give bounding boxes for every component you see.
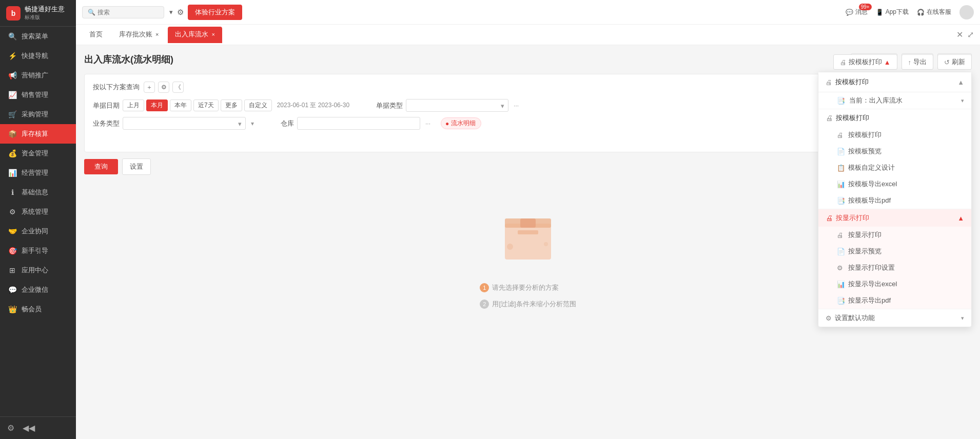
sidebar-item-beginner[interactable]: 🎯 新手引导 (0, 241, 76, 261)
collapse-filter-button[interactable]: 《 (172, 82, 184, 93)
print-template-pdf-button[interactable]: 📑 按模板导出pdf (818, 192, 971, 209)
print-dropdown-chevron-up[interactable]: ▲ (957, 78, 964, 86)
window-maximize-icon[interactable]: ⤢ (967, 30, 974, 39)
warehouse-input[interactable] (297, 117, 420, 130)
biz-type-filter-field: 业务类型 ▾ (93, 117, 254, 130)
crown-icon: 👑 (7, 305, 17, 313)
print-default-settings-button[interactable]: ⚙ 设置默认功能 ▾ (818, 309, 971, 327)
sidebar-item-finance[interactable]: 💰 资金管理 (0, 144, 76, 163)
window-controls: ✕ ⤢ (956, 30, 974, 39)
lightning-icon: ⚡ (7, 52, 17, 60)
sidebar-item-sales[interactable]: 📈 销售管理 (0, 85, 76, 105)
print-dropdown-title: 按模板打印 (835, 77, 869, 87)
print-template-preview-button[interactable]: 📄 按模板预览 (818, 143, 971, 159)
date-7days-button[interactable]: 近7天 (193, 99, 219, 111)
settings-icon[interactable]: ⚙ (177, 8, 184, 17)
sidebar-item-marketing[interactable]: 📢 营销推广 (0, 66, 76, 85)
biz-type-select-wrapper (123, 117, 246, 130)
info-icon: ℹ (7, 188, 17, 196)
sidebar-item-search[interactable]: 🔍 搜索菜单 (0, 27, 76, 46)
print-display-preview-button[interactable]: 📄 按显示预览 (818, 243, 971, 260)
sidebar-nav: 🔍 搜索菜单 ⚡ 快捷导航 📢 营销推广 📈 销售管理 🛒 采购管理 📦 库存核… (0, 27, 76, 416)
query-button[interactable]: 查询 (84, 159, 118, 174)
sidebar-item-inventory[interactable]: 📦 库存核算 (0, 124, 76, 144)
tab-batch-stock[interactable]: 库存批次账 × (112, 27, 166, 43)
print-template-excel-button[interactable]: 📊 按模板导出excel (818, 176, 971, 192)
print-display-excel-button[interactable]: 📊 按显示导出excel (818, 276, 971, 292)
date-filter-field: 单据日期 上月 本月 本年 近7天 更多 自定义 2023-06-01 至 20… (93, 99, 349, 111)
search-icon: 🔍 (7, 32, 17, 41)
settings-footer-icon[interactable]: ⚙ (7, 423, 14, 433)
search-dropdown-chevron[interactable]: ▾ (169, 8, 173, 16)
print-display-print-button[interactable]: 🖨 按显示打印 (818, 227, 971, 243)
sidebar-item-wechat[interactable]: 💬 企业微信 (0, 280, 76, 300)
print-display-pdf-button[interactable]: 📑 按显示导出pdf (818, 292, 971, 309)
print-template-section-icon: 🖨 (826, 114, 833, 122)
date-this-year-button[interactable]: 本年 (170, 99, 191, 111)
message-button[interactable]: 💬 消息 99+ (846, 8, 868, 16)
online-service-button[interactable]: 🎧 在线客服 (917, 8, 951, 16)
search-input[interactable] (97, 9, 149, 16)
logo-icon: b (6, 6, 21, 21)
date-custom-button[interactable]: 自定义 (244, 99, 272, 111)
print-display-settings-button[interactable]: ⚙ 按显示打印设置 (818, 260, 971, 276)
sidebar-item-basic[interactable]: ℹ 基础信息 (0, 183, 76, 202)
topbar-search-box[interactable]: 🔍 (82, 6, 164, 18)
template-design-button[interactable]: 📋 模板自定义设计 (818, 159, 971, 176)
print-template-print-button[interactable]: 🖨 按模板打印 (818, 127, 971, 143)
sidebar-item-purchase[interactable]: 🛒 采购管理 (0, 105, 76, 124)
print-template-header[interactable]: 🖨 按模板打印 (818, 109, 971, 127)
print-template-top-button[interactable]: 🖨 按模板打印 ▲ (833, 54, 897, 70)
export-top-button[interactable]: ↑ 导出 (901, 54, 934, 70)
window-close-icon[interactable]: ✕ (956, 30, 963, 39)
print-chevron: ▲ (884, 58, 891, 66)
sidebar-item-member[interactable]: 👑 畅会员 (0, 300, 76, 319)
date-this-month-button[interactable]: 本月 (146, 99, 168, 111)
filter-tag-icon: ● (445, 120, 449, 127)
message-icon: 💬 (846, 9, 853, 16)
app-download-button[interactable]: 📱 App下载 (876, 8, 909, 16)
print-display-header[interactable]: 🖨 按显示打印 ▲ (818, 209, 971, 227)
grid-icon: ⊞ (7, 266, 17, 274)
warehouse-more-button[interactable]: ··· (425, 120, 430, 127)
display-print-icon: 🖨 (837, 231, 845, 239)
print-sub-preview-icon: 📄 (837, 148, 845, 155)
tab-inout-flow-close[interactable]: × (211, 31, 214, 37)
biz-type-more-button[interactable]: ▾ (251, 120, 254, 127)
settings-button[interactable]: 设置 (122, 158, 151, 175)
tab-batch-stock-close[interactable]: × (155, 31, 159, 37)
date-more-button[interactable]: 更多 (221, 99, 242, 111)
sidebar-footer: ⚙ ◀◀ (0, 416, 76, 439)
tab-inout-flow[interactable]: 出入库流水 × (168, 27, 222, 43)
current-template-row[interactable]: 📑 当前：出入库流水 ▾ (818, 92, 971, 109)
phone-icon: 📱 (876, 9, 884, 16)
topbar-actions: 💬 消息 99+ 📱 App下载 🎧 在线客服 (846, 5, 974, 19)
add-filter-button[interactable]: ＋ (144, 82, 155, 93)
sidebar-item-system[interactable]: ⚙ 系统管理 (0, 202, 76, 222)
print-sub-print-icon: 🖨 (837, 131, 845, 139)
doc-type-select[interactable] (406, 99, 508, 112)
sidebar-item-operations[interactable]: 📊 经营管理 (0, 163, 76, 183)
biz-type-select[interactable] (123, 117, 246, 130)
display-preview-icon: 📄 (837, 248, 845, 255)
print-icon: 🖨 (840, 58, 847, 66)
search-icon: 🔍 (88, 9, 95, 16)
current-template-chevron[interactable]: ▾ (961, 97, 964, 104)
sidebar-item-quicknav[interactable]: ⚡ 快捷导航 (0, 46, 76, 66)
hint-step-1: 1 请先选择要分析的方案 (480, 283, 576, 292)
industry-solution-button[interactable]: 体验行业方案 (188, 5, 242, 20)
sidebar-item-collab[interactable]: 🤝 企业协同 (0, 222, 76, 241)
tabbar: 首页 库存批次账 × 出入库流水 × ✕ ⤢ (76, 25, 980, 45)
print-header-icon: 🖨 (826, 78, 832, 86)
doc-type-more-button[interactable]: ··· (514, 102, 519, 109)
sidebar: b 畅捷通好生意 标准版 🔍 搜索菜单 ⚡ 快捷导航 📢 营销推广 📈 销售管理… (0, 0, 76, 439)
filter-settings-button[interactable]: ⚙ (158, 82, 169, 93)
sidebar-item-appstore[interactable]: ⊞ 应用中心 (0, 261, 76, 280)
default-settings-chevron[interactable]: ▾ (961, 315, 964, 322)
collapse-sidebar-icon[interactable]: ◀◀ (23, 423, 35, 433)
print-display-chevron[interactable]: ▲ (957, 214, 964, 222)
refresh-top-button[interactable]: ↺ 刷新 (937, 54, 972, 70)
date-last-month-button[interactable]: 上月 (123, 99, 144, 111)
user-avatar[interactable] (959, 5, 974, 19)
tab-home[interactable]: 首页 (82, 27, 110, 43)
